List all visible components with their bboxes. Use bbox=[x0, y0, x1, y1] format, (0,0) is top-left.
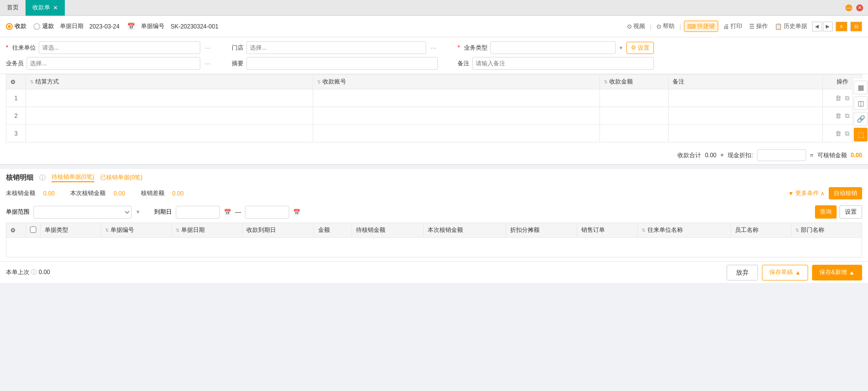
query-button[interactable]: 查询 bbox=[815, 205, 837, 219]
history-icon: 📋 bbox=[775, 23, 782, 30]
radio-refund[interactable]: 退款 bbox=[33, 22, 54, 30]
cell-account-3[interactable] bbox=[313, 125, 600, 142]
right-panel-expand-icon[interactable]: ⬚ bbox=[854, 128, 868, 141]
radio-collect-label: 收款 bbox=[15, 22, 27, 30]
biz-type-label: 业务类型 bbox=[464, 44, 488, 52]
delete-icon-3[interactable]: 🗑 bbox=[835, 130, 841, 137]
cell-account-2[interactable] bbox=[313, 107, 600, 125]
save-new-button[interactable]: 保存&新增 ▲ bbox=[812, 265, 862, 280]
bottom-table-row-empty bbox=[6, 238, 862, 257]
bth-checkbox[interactable] bbox=[26, 223, 41, 238]
copy-icon-1[interactable]: ⧉ bbox=[845, 94, 849, 102]
counterpart-more-btn[interactable]: ··· bbox=[203, 44, 212, 52]
calendar-to-icon[interactable]: 📅 bbox=[293, 209, 300, 216]
cell-payment-1[interactable] bbox=[26, 89, 313, 107]
range-select[interactable] bbox=[33, 206, 132, 219]
cell-remark-3[interactable] bbox=[669, 125, 823, 142]
bth-date-label: 单据日期 bbox=[181, 226, 205, 233]
date-from-input[interactable]: 2022-04-01 bbox=[176, 206, 220, 219]
radio-collect-dot bbox=[6, 23, 13, 30]
minimize-button[interactable]: — bbox=[845, 4, 852, 11]
settings-button[interactable]: ⚙ 设置 bbox=[626, 42, 654, 54]
date-separator: — bbox=[235, 209, 241, 216]
counterpart-label: 往来单位 bbox=[12, 44, 36, 52]
cell-amount-1[interactable] bbox=[600, 89, 669, 107]
new-arrow-icon: ▲ bbox=[849, 269, 855, 276]
bth-due-label: 收款到期日 bbox=[246, 226, 276, 233]
cell-amount-2[interactable] bbox=[600, 107, 669, 125]
field-store: 门店 ··· bbox=[232, 41, 438, 54]
toolbar-nav: ◀ ▶ bbox=[812, 22, 833, 31]
next-btn[interactable]: ▶ bbox=[823, 22, 833, 31]
right-panel: ▦ ◫ 🔗 ⬚ bbox=[852, 79, 868, 143]
cell-amount-3[interactable] bbox=[600, 125, 669, 142]
total-value: 0.00 bbox=[705, 152, 716, 159]
calendar-from-icon[interactable]: 📅 bbox=[224, 209, 231, 216]
counterpart-input[interactable] bbox=[39, 41, 201, 54]
tab-done[interactable]: 已核销单据(0笔) bbox=[100, 173, 143, 182]
bottom-table-gear-icon[interactable]: ⚙ bbox=[10, 227, 16, 234]
prev-btn[interactable]: ◀ bbox=[812, 22, 822, 31]
right-panel-table-icon[interactable]: ▦ bbox=[854, 81, 868, 94]
bth-pending-label: 待核销金额 bbox=[356, 226, 385, 233]
cash-discount-input[interactable] bbox=[757, 149, 806, 161]
print-btn[interactable]: 🖨 打印 bbox=[721, 21, 744, 31]
select-all-checkbox[interactable] bbox=[30, 226, 36, 233]
biz-type-input[interactable]: 预收款 bbox=[490, 41, 616, 54]
close-button[interactable]: ✕ bbox=[856, 4, 863, 11]
calendar-icon[interactable]: 📅 bbox=[127, 23, 135, 30]
right-panel-link-icon[interactable]: 🔗 bbox=[854, 112, 868, 126]
grid-btn[interactable]: ⊟ bbox=[850, 22, 862, 31]
cell-remark-1[interactable] bbox=[669, 89, 823, 107]
required-star: * bbox=[6, 44, 8, 51]
bth-type-label: 单据类型 bbox=[45, 226, 68, 233]
more-conditions-btn[interactable]: ▼ 更多条件 ∧ bbox=[788, 189, 825, 197]
tab-home[interactable]: 首页 bbox=[0, 0, 26, 16]
video-btn[interactable]: ⊙ 视频 bbox=[625, 21, 647, 31]
table-settings-icon[interactable]: ⚙ bbox=[10, 79, 16, 85]
diff-value: 0.00 bbox=[172, 190, 184, 197]
tab-close-icon[interactable]: ✕ bbox=[53, 4, 58, 11]
abandon-button[interactable]: 放弃 bbox=[727, 265, 758, 280]
field-summary: 摘要 bbox=[232, 57, 438, 70]
footer-info: 本单上次 ⓘ 0.00 bbox=[6, 268, 50, 277]
delete-icon-2[interactable]: 🗑 bbox=[835, 112, 841, 119]
window-controls: — ✕ bbox=[845, 4, 868, 11]
remark-input[interactable] bbox=[472, 57, 654, 70]
operation-icon: ☰ bbox=[749, 23, 755, 30]
bth-no-label: 单据编号 bbox=[110, 226, 134, 233]
th-amount-label: 收款金额 bbox=[609, 78, 633, 85]
store-input[interactable] bbox=[246, 41, 426, 54]
help-btn[interactable]: ⊙ 帮助 bbox=[654, 21, 677, 31]
bottom-table: ⚙ 单据类型 ⇅ 单据编号 ⇅ 单据日期 收款到期日 bbox=[6, 223, 862, 257]
copy-icon-2[interactable]: ⧉ bbox=[845, 112, 849, 119]
tab-pending[interactable]: 待核销单据(0笔) bbox=[52, 173, 94, 182]
bth-settings[interactable]: ⚙ bbox=[6, 223, 26, 238]
delete-icon-1[interactable]: 🗑 bbox=[835, 94, 841, 102]
salesperson-label: 业务员 bbox=[6, 59, 24, 68]
right-panel-doc-icon[interactable]: ◫ bbox=[854, 96, 868, 110]
tab-receipt[interactable]: 收款单 ✕ bbox=[26, 0, 65, 16]
radio-collect[interactable]: 收款 bbox=[6, 22, 27, 30]
store-more-btn[interactable]: ··· bbox=[429, 44, 438, 52]
copy-icon-3[interactable]: ⧉ bbox=[845, 130, 849, 137]
save-draft-button[interactable]: 保存草稿 ▲ bbox=[762, 265, 808, 280]
cell-account-1[interactable] bbox=[313, 89, 600, 107]
biz-type-arrow[interactable]: ▼ bbox=[619, 45, 624, 51]
cell-payment-2[interactable] bbox=[26, 107, 313, 125]
verify-info-icon[interactable]: ⓘ bbox=[39, 173, 46, 182]
summary-input[interactable] bbox=[246, 57, 438, 70]
salesperson-more-btn[interactable]: ··· bbox=[203, 59, 212, 67]
th-settings[interactable]: ⚙ bbox=[6, 75, 26, 89]
layout-btn[interactable]: ≡ bbox=[836, 22, 847, 31]
auto-verify-btn[interactable]: 自动核销 bbox=[829, 187, 862, 199]
bth-pending: 待核销金额 bbox=[352, 223, 423, 238]
verify-settings-btn[interactable]: 设置 bbox=[840, 205, 862, 219]
cell-payment-3[interactable] bbox=[26, 125, 313, 142]
salesperson-input[interactable] bbox=[27, 57, 200, 70]
date-to-input[interactable]: 2022-04-12 bbox=[245, 206, 289, 219]
cell-remark-2[interactable] bbox=[669, 107, 823, 125]
operation-btn[interactable]: ☰ 操作 bbox=[747, 21, 770, 31]
shortcut-btn[interactable]: ⌨ 快捷键 bbox=[684, 21, 718, 32]
history-btn[interactable]: 📋 历史单据 bbox=[773, 21, 809, 31]
